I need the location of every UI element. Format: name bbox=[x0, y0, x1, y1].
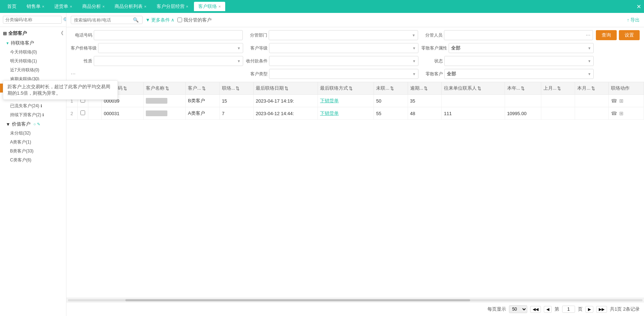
last-contact-link-2[interactable]: 下销货单 bbox=[320, 110, 339, 116]
sidebar-item-b-customers[interactable]: B类客户(33) bbox=[0, 147, 66, 156]
nav-tab-home[interactable]: 首页 bbox=[3, 2, 21, 11]
sidebar-search-area: 🔍 bbox=[0, 13, 66, 27]
search-icon[interactable]: 🔍 bbox=[133, 17, 139, 23]
nav-tab-customer-contact[interactable]: 客户联络 × bbox=[194, 2, 225, 11]
sidebar-item-unclassified[interactable]: 未分组(32) bbox=[0, 129, 66, 138]
edit-icon[interactable]: ○ ✎ bbox=[33, 122, 40, 127]
horizontal-scrollbar[interactable] bbox=[66, 298, 644, 302]
col-current-year[interactable]: 本年...⇅ bbox=[505, 82, 541, 95]
search-input[interactable] bbox=[74, 18, 131, 23]
customer-level-select[interactable]: ▼ bbox=[269, 43, 418, 53]
col-contact[interactable]: 联络...⇅ bbox=[219, 82, 253, 95]
phone-action-icon[interactable]: ☎ bbox=[611, 98, 617, 104]
retail-attr-select[interactable]: 全部 ▼ bbox=[449, 43, 594, 53]
price-level-select[interactable]: ▼ bbox=[98, 43, 243, 53]
col-last-contact-date[interactable]: 最后联络日期⇅ bbox=[254, 82, 318, 95]
sidebar-item-a-customers[interactable]: A类客户(1) bbox=[0, 138, 66, 147]
col-contact-label: 联络... bbox=[222, 85, 235, 91]
sort-icon: ⇅ bbox=[165, 86, 169, 91]
last-contact-link-1[interactable]: 下销货单 bbox=[320, 98, 339, 103]
sidebar-item-declining[interactable]: 持续下滑客户(2) ℹ bbox=[0, 110, 66, 119]
retail-customer-select[interactable]: 全部 ▼ bbox=[444, 69, 594, 79]
col-last-month-label: 上月... bbox=[543, 85, 557, 91]
sidebar-item-c-customers[interactable]: C类客户(6) bbox=[0, 156, 66, 165]
row-this-month-2 bbox=[575, 107, 608, 120]
gender-select[interactable]: ▼ bbox=[94, 56, 243, 66]
sidebar-search-icon[interactable]: 🔍 bbox=[63, 17, 66, 23]
sort-icon: ⇅ bbox=[236, 86, 240, 91]
col-this-month[interactable]: 本月...⇅ bbox=[575, 82, 608, 95]
nav-tab-purchase[interactable]: 进货单 × bbox=[50, 2, 76, 11]
row-last-contact-type-1[interactable]: 下销货单 bbox=[318, 95, 374, 107]
row-last-contact-type-2[interactable]: 下销货单 bbox=[318, 107, 374, 120]
customer-type-select[interactable]: ▼ bbox=[269, 69, 418, 79]
row-current-year-1 bbox=[505, 95, 541, 107]
sidebar-item-tomorrow-contact[interactable]: 明天待联络(1) bbox=[0, 57, 66, 66]
col-unreached[interactable]: 未联...⇅ bbox=[374, 82, 408, 95]
status-select[interactable]: ▼ bbox=[444, 56, 594, 66]
collapse-button[interactable]: 《 bbox=[59, 30, 63, 37]
query-button[interactable]: 查询 bbox=[596, 30, 617, 40]
close-icon[interactable]: × bbox=[70, 4, 72, 9]
close-icon[interactable]: × bbox=[144, 4, 146, 9]
row-select-checkbox[interactable] bbox=[80, 110, 85, 115]
close-icon[interactable]: × bbox=[186, 4, 188, 9]
chevron-down-icon: ▼ bbox=[588, 59, 591, 63]
row-current-year-2: 10995.00 bbox=[505, 107, 541, 120]
more-filter-icon[interactable]: ··· bbox=[71, 71, 75, 77]
message-action-icon[interactable]: ⊞ bbox=[619, 98, 624, 104]
next-page-button[interactable]: ▶ bbox=[585, 306, 593, 313]
value-customer-group[interactable]: ▼ 价值客户 ○ ✎ bbox=[0, 119, 66, 129]
close-icon[interactable]: × bbox=[42, 4, 44, 9]
col-overdue[interactable]: 逾期...⇅ bbox=[408, 82, 441, 95]
nav-tab-analysis-list[interactable]: 商品分析列表 × bbox=[110, 2, 150, 11]
first-page-button[interactable]: ◀◀ bbox=[530, 306, 541, 313]
ellipsis-icon[interactable]: ··· bbox=[586, 32, 590, 38]
filter-row-3: 性质 ▼ 收付款条件 ▼ 状态 ▼ bbox=[71, 56, 640, 66]
phone-input[interactable] bbox=[94, 30, 243, 40]
message-action-icon[interactable]: ⊞ bbox=[619, 110, 624, 116]
top-nav: 首页 销售单 × 进货单 × 商品分析 × 商品分析列表 × 客户分层经营 × … bbox=[0, 0, 644, 13]
nav-tab-analysis[interactable]: 商品分析 × bbox=[78, 2, 109, 11]
col-company-contacts[interactable]: 往来单位联系人⇅ bbox=[441, 82, 505, 95]
table-footer: 每页显示 50 100 200 ◀◀ ◀ 第 页 ▶ ▶▶ 共1页 2条记录 bbox=[66, 302, 644, 316]
sidebar-search-input[interactable] bbox=[3, 16, 62, 24]
filter-person: 分管人员 ··· bbox=[421, 30, 593, 40]
export-button[interactable]: ↑ 导出 bbox=[627, 17, 640, 23]
col-category[interactable]: 客户...⇅ bbox=[186, 82, 219, 95]
col-last-contact-type[interactable]: 最后联络方式⇅ bbox=[318, 82, 374, 95]
dept-select[interactable]: ▼ bbox=[269, 30, 418, 40]
sidebar-item-today-contact[interactable]: 今天待联络(0) bbox=[0, 48, 66, 57]
phone-action-icon[interactable]: ☎ bbox=[611, 110, 617, 116]
prev-page-button[interactable]: ◀ bbox=[544, 306, 552, 313]
all-customers-header[interactable]: ⊞ 全部客户 《 bbox=[0, 28, 66, 38]
close-icon[interactable]: × bbox=[102, 4, 105, 9]
row-checkbox-2[interactable] bbox=[77, 107, 88, 120]
sidebar-item-7day-contact[interactable]: 近7天待联络(0) bbox=[0, 66, 66, 75]
payment-select[interactable]: ▼ bbox=[269, 56, 418, 66]
filter-area: 电话号码 分管部门 ▼ 分管人员 ··· 查询 设置 bbox=[66, 27, 644, 82]
col-name[interactable]: 客户名称⇅ bbox=[144, 82, 186, 95]
scrollbar-thumb[interactable] bbox=[125, 299, 470, 301]
my-customers-filter[interactable]: 我分管的客户 bbox=[177, 17, 212, 23]
row-last-month-2 bbox=[541, 107, 575, 120]
nav-tab-sales[interactable]: 销售单 × bbox=[22, 2, 48, 11]
sidebar-item-churned[interactable]: 已流失客户(24) ℹ bbox=[0, 102, 66, 110]
filter-payment: 收付款条件 ▼ bbox=[246, 56, 418, 66]
close-all-button[interactable]: ✕ bbox=[636, 3, 641, 10]
left-sidebar: 🔍 ⊞ 全部客户 《 ▼ 待联络客户 今天待联络(0) 明天待联络(1) 近7天… bbox=[0, 13, 66, 316]
per-page-select[interactable]: 50 100 200 bbox=[509, 305, 527, 313]
close-icon[interactable]: × bbox=[218, 4, 221, 9]
nav-tab-customer-tier[interactable]: 客户分层经营 × bbox=[152, 2, 193, 11]
filter-status: 状态 ▼ bbox=[421, 56, 594, 66]
sort-icon: ⇅ bbox=[521, 86, 525, 91]
person-select[interactable]: ··· bbox=[444, 30, 593, 40]
my-customers-checkbox[interactable] bbox=[177, 18, 182, 22]
more-conditions-button[interactable]: ▼ 更多条件 ∧ bbox=[145, 17, 175, 23]
pending-contact-section[interactable]: ▼ 待联络客户 bbox=[0, 38, 66, 48]
row-last-month-1 bbox=[541, 95, 575, 107]
last-page-button[interactable]: ▶▶ bbox=[596, 306, 607, 313]
settings-button[interactable]: 设置 bbox=[619, 30, 640, 40]
col-last-month[interactable]: 上月...⇅ bbox=[541, 82, 575, 95]
page-input[interactable] bbox=[562, 306, 575, 313]
